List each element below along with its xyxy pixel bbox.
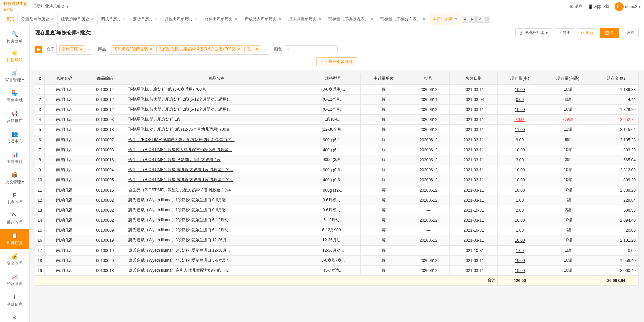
color-input[interactable]: ▾ [284,45,338,53]
col-settings[interactable]: ⚙ [35,73,45,85]
tab-close-icon[interactable]: ✕ [195,17,198,21]
sidebar-item-retail-mgmt[interactable]: 🛒 零售管理 ▾ [0,66,29,87]
remove-product-tag1[interactable]: ✕ [149,47,153,52]
sidebar-item-inventory[interactable]: 📋 库存核算 [0,229,29,250]
remove-warehouse-tag[interactable]: ✕ [79,47,83,52]
tab-close-icon[interactable]: ✕ [279,17,281,21]
sidebar-item-retail-mall[interactable]: 🏪 零售商城 [0,87,29,107]
tab-prev-arrow[interactable]: ◀ [462,16,468,23]
tab-xiancun2[interactable]: 现存量（库存分布表） ✕ [377,13,429,25]
row-name[interactable]: 惠氏启赋（Wyeth illuma）3段奶粉 爱尔兰进口 12-36月... [126,235,306,246]
row-name[interactable]: 飞鹤星飞帆 儿童奶粉 4段(3-6岁适用) 700克 [126,85,306,95]
row-qty-main[interactable]: 10.00 [497,266,542,276]
sidebar-item-quick-nav[interactable]: ⭐ 快捷导航 [0,47,29,66]
row-qty-main[interactable]: 10.00 [497,175,542,185]
tab-close-icon[interactable]: ✕ [51,17,54,21]
tab-close-icon[interactable]: ✕ [423,17,425,21]
row-name[interactable]: 合生元（BIOSTIME）派星 学龄前儿童配方奶粉 4段 [126,155,306,165]
sidebar-item-marketing[interactable]: 📢 营销推广 [0,107,29,127]
row-qty-main[interactable]: 2.00 [497,205,542,215]
sidebar-item-ecommerce[interactable]: 🖥 电商管理 [0,189,29,209]
row-name[interactable]: 惠氏启赋（Wyeth illuma）1段奶粉 爱尔兰进口 0-6月婴... [126,205,306,215]
row-name[interactable]: 惠氏启赋（Wyeth illuma）亲和人体儿童配方奶粉4段（3... [126,266,306,276]
nav-dropdown[interactable]: 母婴行业演示账套 ▾ [33,4,68,9]
row-qty-main[interactable]: 1.00 [497,195,542,205]
row-name[interactable]: 合生元（BIOSTIME）派星幼儿配方奶粉 3段 乳铁蛋白的4... [126,185,306,195]
row-name[interactable]: 合生元（BIOSTIME）派星 婴儿配方奶粉 1段 乳铁蛋白的... [126,165,306,175]
row-name[interactable]: 飞鹤星飞帆 幼儿配方奶粉 3段(12-36个月幼儿适用) 700克 [126,125,306,135]
row-name[interactable]: 惠氏启赋（Wyeth illuma）2段奶粉 爱尔兰进口 6-12月幼... [126,225,306,235]
tab-close-icon[interactable]: ✕ [454,17,457,21]
row-name[interactable]: 飞鹤星飞帆 较大婴儿配方奶粉 2段(6-12个月婴幼儿适用) ... [126,95,306,105]
user-menu[interactable]: Ea demo2 ▾ [615,2,641,11]
row-qty-main[interactable]: 10.00 [497,165,542,175]
settings-button[interactable]: 设置 [622,28,639,38]
row-qty-main[interactable]: 0.00 [497,95,542,105]
filter-expand-arrow[interactable]: ▶ [35,46,42,53]
row-qty-main[interactable]: 1.00 [497,225,542,235]
tab-close-icon[interactable]: ✕ [91,17,94,21]
tab-maximize[interactable]: ⬜ [484,16,490,23]
sidebar-item-finance[interactable]: 💰 资金管理 [0,250,29,270]
sidebar-item-purchase[interactable]: 🛍 采购管理 [0,209,29,229]
export-button[interactable]: ↗ 导出 [554,28,574,37]
remove-product-tag2[interactable]: ✕ [237,47,240,52]
tab-xiancun1[interactable]: 现存量（库存状况表） ✕ [325,13,377,25]
product-tag-3[interactable]: 飞... ✕ [244,45,261,53]
row-qty-main[interactable]: 9.00 [497,135,542,145]
tab-home[interactable]: 首页 [3,13,18,25]
row-name[interactable]: 惠氏启赋（Wyeth illuma）1段奶粉 爱尔兰进口 0-6月婴... [126,195,306,205]
product-tag-2[interactable]: 飞鹤星飞帆 儿童奶粉 4段(3-6岁适用) 700克 ✕ [156,45,243,53]
tab-close-icon[interactable]: ✕ [371,17,373,21]
row-qty-main[interactable]: 1.00 [497,246,542,256]
remove-product-tag3[interactable]: ✕ [255,47,259,52]
tab-chancheng[interactable]: 产成品入库单历史 ✕ [241,13,285,25]
row-qty-main[interactable]: 10.00 [497,185,542,195]
row-qty-main[interactable]: 10.00 [497,145,542,155]
row-qty-main[interactable]: 10.00 [497,215,542,225]
tab-fenpan[interactable]: 分量盘点单历史 ✕ [18,13,58,25]
warehouse-tag-value[interactable]: 南岸门店 ✕ [59,45,85,53]
expand-more-button[interactable]: ⌄⌄ 展开更多条件 [316,57,357,66]
tab-qita[interactable]: 其他出库单历史 ✕ [161,13,201,25]
row-qty-main[interactable]: 11.00 [497,125,542,135]
row-qty-main[interactable]: 10.00 [497,235,542,246]
refresh-button[interactable]: ↻ 刷新 [577,28,597,37]
sidebar-item-retail-stats[interactable]: 📊 零售统计 [0,148,29,168]
tab-close-icon[interactable]: ✕ [235,17,237,21]
row-name[interactable]: 合生元(BIOSTIME)派星较大婴儿配方奶粉 2段 乳铁蛋白的... [126,135,306,145]
row-qty-main[interactable]: 10.00 [497,85,542,95]
tab-close-icon[interactable]: ✕ [123,17,126,21]
messages-link[interactable]: ✉ 消息 [570,4,583,9]
row-name[interactable]: 合生元（BIOSTIME）派星 婴儿配方奶粉 1段 乳铁蛋白的... [126,175,306,185]
tab-zuzhuang[interactable]: 组装拆卸单历史 ✕ [58,13,98,25]
tab-close-all[interactable]: ✕ [476,16,483,23]
query-button[interactable]: 查询 [600,28,619,38]
row-qty-main[interactable]: 3.00 [497,155,542,165]
tab-diaopi[interactable]: 调拨单历史 ✕ [98,13,129,25]
row-name[interactable]: 惠氏启赋（Wyeth illuma）4段奶粉 爱尔兰进口 3-6岁及7... [126,256,306,266]
tab-chengben[interactable]: 成本调整单历史 ✕ [285,13,325,25]
sidebar-item-operations[interactable]: 📈 经营管理 [0,270,29,290]
tab-yaohuo[interactable]: 要货单历史 ✕ [129,13,161,25]
app-download-link[interactable]: 📱 App下载 [588,4,609,9]
print-button[interactable]: 🖨 按模板打印 ▾ [515,28,551,37]
row-qty-main[interactable]: 10.00 [497,105,542,115]
row-name[interactable]: 惠氏启赋（Wyeth illuma）2段奶粉 爱尔兰进口 6-12月幼... [126,215,306,225]
tab-next-arrow[interactable]: ▶ [469,16,476,23]
row-name[interactable]: 合生元（BIOSTIME）派星较大婴儿配方奶粉 2段 乳铁蛋... [126,145,306,155]
row-name[interactable]: 飞鹤星飞帆 婴儿配方奶粉 1段 [126,115,306,125]
sidebar-item-system[interactable]: ⚙ 系统管理 [0,311,29,322]
product-tag-1[interactable]: 飞鹤奶粉3段两提装 ✕ [111,45,155,53]
product-input[interactable]: 飞鹤奶粉3段两提装 ✕ 飞鹤星飞帆 儿童奶粉 4段(3-6岁适用) 700克 ✕… [108,44,270,55]
tab-kucun-active[interactable]: 库存批次账 ✕ [429,13,461,25]
row-name[interactable]: 惠氏启赋（Wyeth illuma）3段奶粉 爱尔兰进口 12-36月... [126,246,306,256]
tab-close-icon[interactable]: ✕ [155,17,158,21]
tab-close-icon[interactable]: ✕ [319,17,321,21]
warehouse-input[interactable]: 南岸门店 ✕ ··· [56,44,94,55]
tab-cailiao[interactable]: 材料出库单历史 ✕ [201,13,241,25]
row-qty-main[interactable]: -39.00 [497,115,542,125]
sidebar-item-member[interactable]: 👥 会员中心 [0,127,29,148]
sidebar-item-wholesale[interactable]: 📦 批发管理 ▾ [0,168,29,189]
sidebar-item-basic-info[interactable]: ℹ 基础信息 [0,290,29,311]
